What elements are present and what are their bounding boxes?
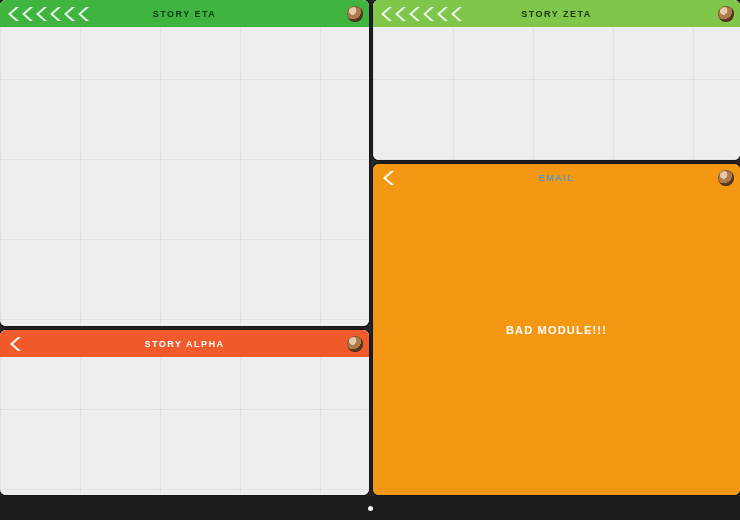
app-stage: STORY ETA STORY ZETA [0, 0, 740, 520]
avatar[interactable] [347, 6, 363, 22]
error-message: BAD MODULE!!! [506, 324, 607, 336]
panel-header-story-eta[interactable]: STORY ETA [0, 0, 369, 27]
panel-title: STORY ALPHA [0, 339, 369, 349]
panel-body-email: BAD MODULE!!! [373, 164, 740, 495]
back-chevrons[interactable] [377, 164, 397, 191]
page-indicator-dot[interactable] [368, 506, 373, 511]
panel-title: EMAIL [373, 173, 740, 183]
panel-header-story-zeta[interactable]: STORY ZETA [373, 0, 740, 27]
panel-story-eta[interactable]: STORY ETA [0, 0, 369, 326]
back-chevrons[interactable] [4, 330, 24, 357]
chevron-left-icon [377, 5, 467, 23]
panel-story-zeta[interactable]: STORY ZETA [373, 0, 740, 160]
panel-story-alpha[interactable]: STORY ALPHA [0, 330, 369, 495]
panel-background [0, 0, 369, 326]
avatar[interactable] [718, 170, 734, 186]
chevron-left-icon [4, 5, 94, 23]
avatar[interactable] [718, 6, 734, 22]
avatar[interactable] [347, 336, 363, 352]
panel-header-email[interactable]: EMAIL [373, 164, 740, 191]
back-chevrons[interactable] [377, 0, 467, 27]
bottom-bar [0, 496, 740, 520]
panel-email[interactable]: BAD MODULE!!! EMAIL [373, 164, 740, 495]
chevron-left-icon [377, 169, 397, 187]
panel-header-story-alpha[interactable]: STORY ALPHA [0, 330, 369, 357]
chevron-left-icon [4, 335, 24, 353]
back-chevrons[interactable] [4, 0, 94, 27]
